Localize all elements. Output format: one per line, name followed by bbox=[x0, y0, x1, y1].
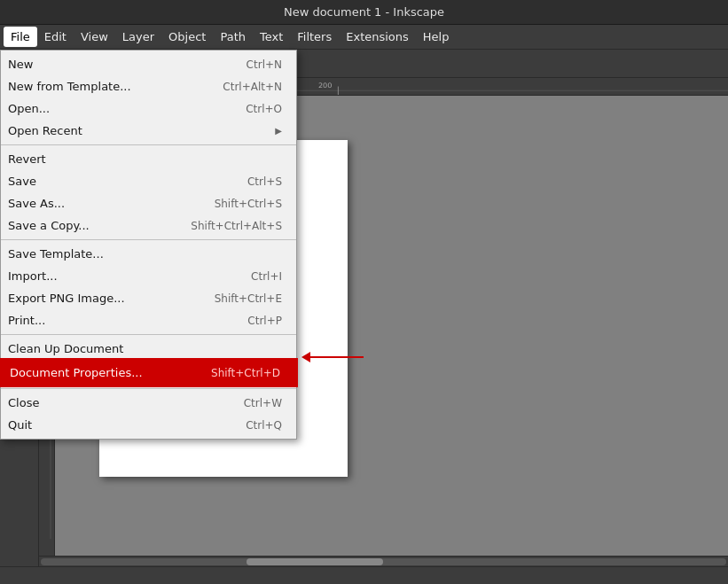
menu-export-png[interactable]: Export PNG Image...Shift+Ctrl+E bbox=[1, 287, 296, 309]
menu-document-properties-shortcut: Shift+Ctrl+D bbox=[211, 367, 280, 379]
menu-save-as[interactable]: Save As...Shift+Ctrl+S bbox=[1, 192, 296, 214]
menu-close-label: Close bbox=[8, 396, 39, 409]
menu-print-shortcut: Ctrl+P bbox=[247, 315, 282, 327]
separator-before-close bbox=[1, 388, 296, 389]
menu-new-shortcut: Ctrl+N bbox=[247, 58, 282, 71]
menu-item-view[interactable]: View bbox=[74, 27, 115, 47]
menu-bar: FileEditViewLayerObjectPathTextFiltersEx… bbox=[0, 25, 728, 50]
menu-export-png-label: Export PNG Image... bbox=[8, 292, 125, 305]
menu-new[interactable]: NewCtrl+N bbox=[1, 53, 296, 75]
menu-save-as-label: Save As... bbox=[8, 197, 65, 210]
menu-export-png-shortcut: Shift+Ctrl+E bbox=[215, 292, 282, 305]
menu-item-help[interactable]: Help bbox=[416, 27, 457, 47]
menu-quit-shortcut: Ctrl+Q bbox=[246, 419, 282, 432]
menu-open-recent[interactable]: Open Recent▶ bbox=[1, 120, 296, 142]
menu-open-recent-arrow: ▶ bbox=[275, 126, 282, 136]
menu-item-layer[interactable]: Layer bbox=[115, 27, 161, 47]
status-bar bbox=[0, 566, 728, 584]
menu-import-shortcut: Ctrl+I bbox=[251, 270, 282, 283]
menu-import[interactable]: Import...Ctrl+I bbox=[1, 265, 296, 287]
menu-clean-up-label: Clean Up Document bbox=[8, 342, 123, 355]
arrow-line bbox=[310, 356, 364, 358]
menu-revert[interactable]: Revert bbox=[1, 148, 296, 170]
menu-item-filters[interactable]: Filters bbox=[290, 27, 339, 47]
menu-open-shortcut: Ctrl+O bbox=[246, 103, 282, 115]
menu-item-extensions[interactable]: Extensions bbox=[339, 27, 416, 47]
arrow-head bbox=[301, 352, 310, 362]
menu-item-path[interactable]: Path bbox=[213, 27, 253, 47]
separator-before-save-template bbox=[1, 239, 296, 240]
menu-new-label: New bbox=[8, 58, 33, 71]
menu-new-from-template-label: New from Template... bbox=[8, 80, 131, 93]
menu-open[interactable]: Open...Ctrl+O bbox=[1, 97, 296, 120]
svg-text:200: 200 bbox=[318, 82, 333, 90]
menu-save-copy-label: Save a Copy... bbox=[8, 219, 90, 232]
menu-print-label: Print... bbox=[8, 314, 45, 327]
scrollbar-track[interactable] bbox=[41, 558, 726, 565]
menu-item-text[interactable]: Text bbox=[253, 27, 290, 47]
menu-save-copy[interactable]: Save a Copy...Shift+Ctrl+Alt+S bbox=[1, 214, 296, 237]
file-menu-dropdown: NewCtrl+NNew from Template...Ctrl+Alt+NO… bbox=[0, 50, 297, 440]
bottom-scrollbar[interactable] bbox=[39, 556, 728, 566]
menu-quit[interactable]: QuitCtrl+Q bbox=[1, 414, 296, 436]
menu-save-as-shortcut: Shift+Ctrl+S bbox=[215, 198, 282, 210]
menu-open-recent-label: Open Recent bbox=[8, 124, 82, 137]
separator-before-clean-up bbox=[1, 334, 296, 335]
menu-import-label: Import... bbox=[8, 269, 58, 283]
arrow-indicator bbox=[301, 352, 364, 362]
menu-clean-up[interactable]: Clean Up Document bbox=[1, 338, 296, 360]
menu-save-template-label: Save Template... bbox=[8, 247, 104, 261]
scrollbar-thumb[interactable] bbox=[247, 558, 384, 565]
menu-save-label: Save bbox=[8, 175, 36, 188]
title-text: New document 1 - Inkscape bbox=[284, 5, 444, 19]
menu-new-from-template[interactable]: New from Template...Ctrl+Alt+N bbox=[1, 75, 296, 97]
menu-document-properties[interactable]: Document Properties...Shift+Ctrl+D bbox=[1, 360, 296, 385]
menu-close-shortcut: Ctrl+W bbox=[244, 397, 282, 409]
menu-item-edit[interactable]: Edit bbox=[37, 27, 74, 47]
menu-open-label: Open... bbox=[8, 102, 50, 115]
menu-document-properties-label: Document Properties... bbox=[10, 366, 143, 379]
menu-item-file[interactable]: File bbox=[4, 27, 37, 47]
menu-revert-label: Revert bbox=[8, 152, 46, 166]
menu-save-copy-shortcut: Shift+Ctrl+Alt+S bbox=[191, 220, 282, 232]
menu-item-object[interactable]: Object bbox=[161, 27, 213, 47]
separator-before-revert bbox=[1, 144, 296, 145]
menu-close[interactable]: CloseCtrl+W bbox=[1, 392, 296, 414]
menu-new-from-template-shortcut: Ctrl+Alt+N bbox=[223, 81, 282, 93]
menu-save-template[interactable]: Save Template... bbox=[1, 243, 296, 265]
menu-save-shortcut: Ctrl+S bbox=[247, 175, 282, 188]
title-bar: New document 1 - Inkscape bbox=[0, 0, 728, 25]
menu-quit-label: Quit bbox=[8, 418, 32, 432]
menu-print[interactable]: Print...Ctrl+P bbox=[1, 309, 296, 331]
menu-save[interactable]: SaveCtrl+S bbox=[1, 170, 296, 192]
